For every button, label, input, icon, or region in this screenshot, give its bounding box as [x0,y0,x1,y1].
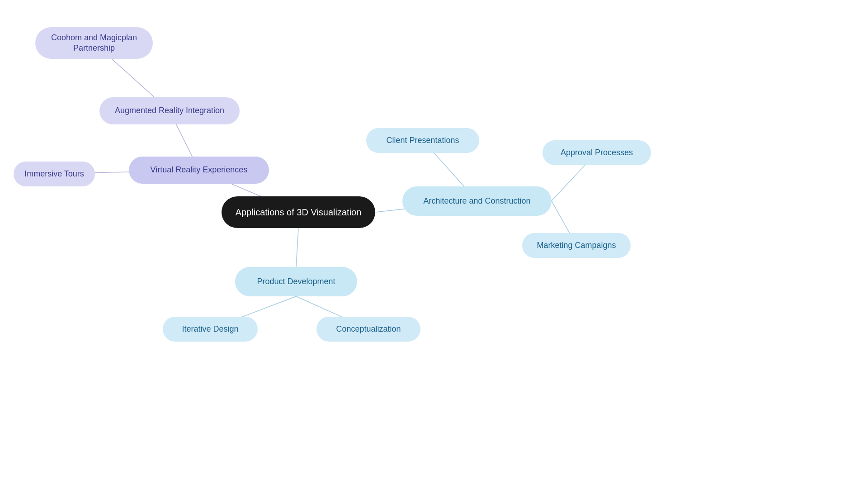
concept-label: Conceptualization [336,324,401,334]
svg-line-8 [296,228,298,267]
marketing-label: Marketing Campaigns [537,240,616,251]
marketing-node: Marketing Campaigns [522,233,631,258]
approval-label: Approval Processes [561,147,633,158]
iterative-node: Iterative Design [163,317,258,342]
connections-svg [0,0,868,490]
immersive-label: Immersive Tours [24,169,84,179]
iterative-label: Iterative Design [182,324,238,334]
center-node: Applications of 3D Visualization [222,196,375,228]
concept-node: Conceptualization [316,317,420,342]
ar-node: Augmented Reality Integration [99,97,240,124]
coohom-node: Coohom and Magicplan Partnership [35,27,153,59]
arch-node: Architecture and Construction [402,186,552,216]
vr-label: Virtual Reality Experiences [151,165,248,175]
immersive-node: Immersive Tours [14,162,95,186]
client-node: Client Presentations [366,128,479,153]
arch-label: Architecture and Construction [423,196,530,206]
approval-node: Approval Processes [542,140,651,165]
client-label: Client Presentations [386,135,459,146]
center-label: Applications of 3D Visualization [236,206,362,218]
vr-node: Virtual Reality Experiences [129,157,269,184]
product-label: Product Development [257,276,335,287]
coohom-label: Coohom and Magicplan Partnership [46,33,142,54]
mind-map: Applications of 3D Visualization Virtual… [0,0,868,490]
product-node: Product Development [235,267,357,296]
ar-label: Augmented Reality Integration [115,105,224,116]
